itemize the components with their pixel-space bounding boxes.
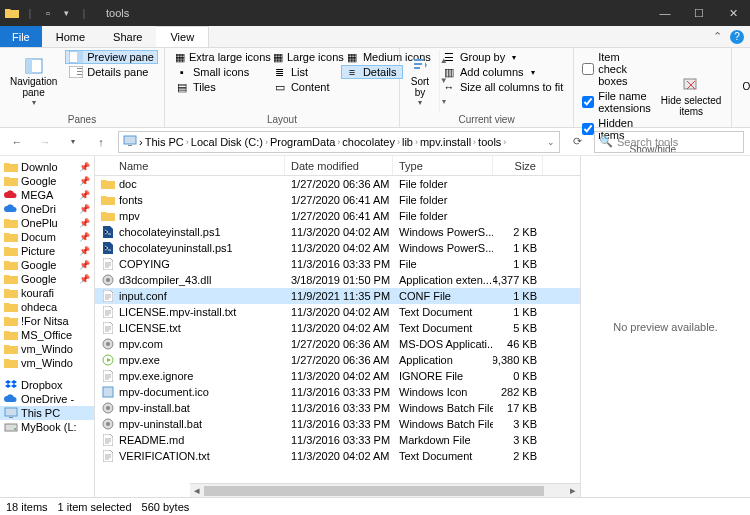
collapse-ribbon-icon[interactable]: ⌃ — [713, 30, 730, 43]
search-input[interactable]: 🔍 Search tools — [594, 131, 744, 153]
tree-node[interactable]: vm_Windo — [0, 356, 94, 370]
file-row[interactable]: mpv.exe.ignore11/3/2020 04:02 AMIGNORE F… — [95, 368, 580, 384]
sm-icons-button[interactable]: ▪Small icons — [171, 65, 267, 79]
tree-node[interactable]: vm_Windo — [0, 342, 94, 356]
tree-node[interactable]: !For Nitsa — [0, 314, 94, 328]
folder-icon — [4, 217, 18, 229]
column-headers[interactable]: Name Date modified Type Size — [95, 156, 580, 176]
file-row[interactable]: chocolateyinstall.ps111/3/2020 04:02 AMW… — [95, 224, 580, 240]
refresh-button[interactable]: ⟳ — [566, 131, 588, 153]
sort-by-button[interactable]: Sort by ▾ — [406, 50, 434, 112]
col-size[interactable]: Size — [493, 156, 543, 175]
file-extensions-toggle[interactable]: File name extensions — [580, 89, 653, 115]
file-row[interactable]: README.md11/3/2016 03:33 PMMarkdown File… — [95, 432, 580, 448]
tree-node[interactable]: ohdeca — [0, 300, 94, 314]
file-row[interactable]: LICENSE.txt11/3/2020 04:02 AMText Docume… — [95, 320, 580, 336]
file-row[interactable]: COPYING11/3/2016 03:33 PMFile1 KB — [95, 256, 580, 272]
tree-node[interactable]: OnePlu📌 — [0, 216, 94, 230]
back-button[interactable]: ← — [6, 131, 28, 153]
home-tab[interactable]: Home — [42, 26, 99, 47]
size-columns-button[interactable]: ↔Size all columns to fit — [438, 80, 567, 94]
folder-icon — [4, 5, 20, 21]
col-date[interactable]: Date modified — [285, 156, 393, 175]
file-row[interactable]: mpv-uninstall.bat11/3/2016 03:33 PMWindo… — [95, 416, 580, 432]
maximize-button[interactable]: ☐ — [682, 0, 716, 26]
crumb-5[interactable]: mpv.install › — [420, 136, 476, 148]
nav-tree[interactable]: Downlo📌Google📌MEGA📌OneDri📌OnePlu📌Docum📌P… — [0, 156, 95, 497]
tree-node[interactable]: Google📌 — [0, 272, 94, 286]
tree-node[interactable]: OneDrive - — [0, 392, 94, 406]
address-dropdown-icon[interactable]: ⌄ — [547, 137, 555, 147]
file-row[interactable]: doc1/27/2020 06:36 AMFile folder — [95, 176, 580, 192]
tiles-button[interactable]: ▤Tiles — [171, 80, 267, 94]
file-row[interactable]: mpv-document.ico11/3/2016 03:33 PMWindow… — [95, 384, 580, 400]
crumb-3[interactable]: chocolatey › — [342, 136, 400, 148]
tree-node[interactable]: kourafi — [0, 286, 94, 300]
tree-node[interactable]: MS_Office — [0, 328, 94, 342]
recent-dropdown[interactable]: ▾ — [62, 131, 84, 153]
svg-point-26 — [106, 406, 110, 410]
horizontal-scrollbar[interactable]: ◂ ▸ — [190, 483, 580, 497]
tree-node[interactable]: OneDri📌 — [0, 202, 94, 216]
item-checkboxes-toggle[interactable]: Item check boxes — [580, 50, 653, 88]
group-by-button[interactable]: ☰Group by▾ — [438, 50, 567, 64]
details-pane-button[interactable]: Details pane — [65, 65, 158, 79]
crumb-2[interactable]: ProgramData › — [270, 136, 340, 148]
crumb-0[interactable]: This PC › — [145, 136, 189, 148]
tree-node[interactable]: This PC — [0, 406, 94, 420]
tree-node[interactable]: Dropbox — [0, 378, 94, 392]
minimize-button[interactable]: — — [648, 0, 682, 26]
col-name[interactable]: Name — [95, 156, 285, 175]
scroll-right-icon[interactable]: ▸ — [566, 484, 580, 497]
pin-icon: 📌 — [79, 218, 90, 228]
share-tab[interactable]: Share — [99, 26, 156, 47]
file-row[interactable]: mpv.exe1/27/2020 06:36 AMApplication59,3… — [95, 352, 580, 368]
file-row[interactable]: chocolateyuninstall.ps111/3/2020 04:02 A… — [95, 240, 580, 256]
file-row[interactable]: mpv.com1/27/2020 06:36 AMMS-DOS Applicat… — [95, 336, 580, 352]
svg-rect-7 — [77, 74, 82, 75]
file-row[interactable]: d3dcompiler_43.dll3/18/2019 01:50 PMAppl… — [95, 272, 580, 288]
file-icon — [101, 225, 115, 239]
crumb-4[interactable]: lib › — [402, 136, 418, 148]
hide-selected-button[interactable]: Hide selected items — [657, 50, 726, 142]
scroll-left-icon[interactable]: ◂ — [190, 484, 204, 497]
content-button[interactable]: ▭Content — [269, 80, 339, 94]
qa-props-icon[interactable]: ▫ — [40, 5, 56, 21]
preview-pane-button[interactable]: Preview pane — [65, 50, 158, 64]
tree-node[interactable]: Docum📌 — [0, 230, 94, 244]
tree-node[interactable]: Downlo📌 — [0, 160, 94, 174]
breadcrumb[interactable]: › This PC › Local Disk (C:) › ProgramDat… — [118, 131, 560, 153]
list-button[interactable]: ≣List — [269, 65, 339, 79]
view-tab[interactable]: View — [156, 26, 209, 47]
file-list[interactable]: doc1/27/2020 06:36 AMFile folderfonts1/2… — [95, 176, 580, 483]
qa-dropdown-icon[interactable]: ▾ — [58, 5, 74, 21]
lg-icons-button[interactable]: ▦Large icons — [269, 50, 339, 64]
file-tab[interactable]: File — [0, 26, 42, 47]
file-row[interactable]: mpv-install.bat11/3/2016 03:33 PMWindows… — [95, 400, 580, 416]
up-button[interactable]: ↑ — [90, 131, 112, 153]
file-row[interactable]: mpv1/27/2020 06:41 AMFile folder — [95, 208, 580, 224]
crumb-1[interactable]: Local Disk (C:) › — [191, 136, 268, 148]
crumb-6[interactable]: tools › — [478, 136, 506, 148]
close-button[interactable]: ✕ — [716, 0, 750, 26]
scroll-thumb[interactable] — [204, 486, 544, 496]
tree-node[interactable]: MyBook (L: — [0, 420, 94, 434]
file-row[interactable]: input.conf11/9/2021 11:35 PMCONF File1 K… — [95, 288, 580, 304]
file-row[interactable]: fonts1/27/2020 06:41 AMFile folder — [95, 192, 580, 208]
details-view-button[interactable]: ≡Details — [341, 65, 403, 79]
tree-node[interactable]: Picture📌 — [0, 244, 94, 258]
navigation-pane-button[interactable]: Navigation pane ▾ — [6, 50, 61, 112]
tree-node[interactable]: Google📌 — [0, 258, 94, 272]
add-columns-button[interactable]: ▥Add columns▾ — [438, 65, 567, 79]
tree-node[interactable]: MEGA📌 — [0, 188, 94, 202]
options-button[interactable]: Options ▾ — [738, 50, 750, 112]
col-type[interactable]: Type — [393, 156, 493, 175]
xl-icons-button[interactable]: ▦Extra large icons — [171, 50, 267, 64]
pin-icon: 📌 — [79, 162, 90, 172]
file-row[interactable]: VERIFICATION.txt11/3/2020 04:02 AMText D… — [95, 448, 580, 464]
tree-node[interactable]: Google📌 — [0, 174, 94, 188]
svg-point-22 — [106, 342, 110, 346]
file-row[interactable]: LICENSE.mpv-install.txt11/3/2020 04:02 A… — [95, 304, 580, 320]
help-icon[interactable]: ? — [730, 30, 744, 44]
forward-button[interactable]: → — [34, 131, 56, 153]
